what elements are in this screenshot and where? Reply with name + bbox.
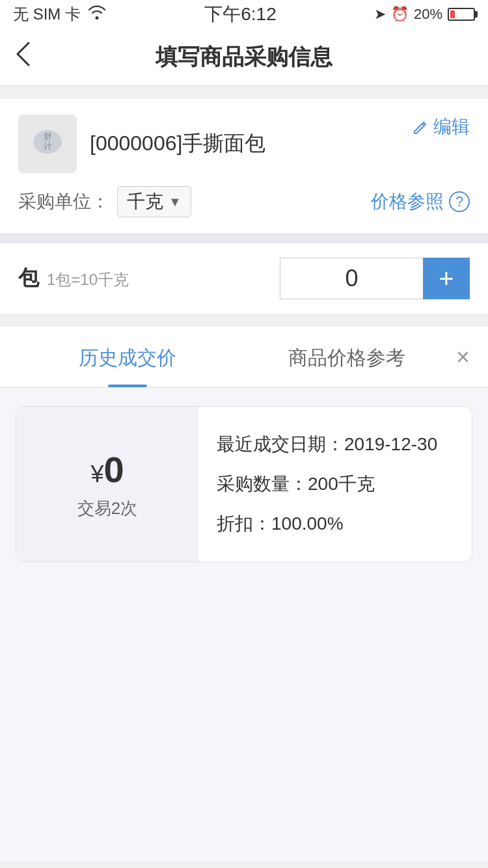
- tab-history-price[interactable]: 历史成交价: [18, 327, 237, 387]
- history-card: ¥0 交易2次 最近成交日期：2019-12-30 采购数量：200千克 折扣：…: [16, 406, 472, 562]
- back-button[interactable]: [16, 42, 30, 72]
- price-ref-label: 价格参照: [371, 189, 444, 214]
- quantity-plus-button[interactable]: +: [423, 258, 470, 299]
- recent-date-row: 最近成交日期：2019-12-30: [217, 430, 454, 459]
- page-title: 填写商品采购信息: [156, 42, 332, 72]
- svg-text:计: 计: [44, 141, 52, 151]
- quantity-section: 包 1包=10千克 +: [0, 243, 488, 314]
- history-card-right: 最近成交日期：2019-12-30 采购数量：200千克 折扣：100.00%: [198, 407, 472, 562]
- edit-button[interactable]: 编辑: [413, 115, 470, 139]
- product-section: 舒 计 [0000006]手撕面包 编辑 采购单位： 千克 ▼ 价格参照 ?: [0, 99, 488, 233]
- tabs-section: 历史成交价 商品价格参考 × ¥0 交易2次 最近成交日期：2019-12-30…: [0, 327, 488, 861]
- wifi-icon: [87, 5, 107, 23]
- history-card-left: ¥0 交易2次: [16, 407, 198, 562]
- history-trade-count: 交易2次: [77, 497, 137, 520]
- purchase-qty-row: 采购数量：200千克: [217, 470, 454, 499]
- battery-fill: [450, 10, 455, 18]
- section-divider: [0, 233, 488, 243]
- status-bar: 无 SIM 卡 下午6:12 ➤ ⏰ 20%: [0, 0, 488, 29]
- battery-icon: [448, 8, 475, 21]
- discount-row: 折扣：100.00%: [217, 509, 454, 539]
- price-ref-help-icon: ?: [449, 191, 470, 212]
- tabs-close-button[interactable]: ×: [456, 332, 470, 382]
- battery-percent: 20%: [414, 6, 442, 23]
- history-price: ¥0: [90, 448, 124, 491]
- quantity-conversion: 1包=10千克: [47, 269, 129, 290]
- nav-bar: 填写商品采购信息: [0, 29, 488, 86]
- tab-product-price-ref[interactable]: 商品价格参考: [237, 327, 455, 387]
- sim-status: 无 SIM 卡: [13, 4, 81, 25]
- unit-value: 千克: [127, 189, 163, 214]
- quantity-label: 包 1包=10千克: [18, 264, 129, 293]
- unit-label: 采购单位：: [18, 189, 109, 214]
- unit-dropdown-arrow: ▼: [169, 195, 182, 210]
- quantity-unit: 包: [18, 264, 39, 293]
- location-icon: ➤: [374, 6, 386, 23]
- status-time: 下午6:12: [204, 2, 277, 27]
- quantity-input-wrap: +: [280, 258, 470, 299]
- price-ref-button[interactable]: 价格参照 ?: [371, 189, 470, 214]
- svg-text:舒: 舒: [44, 131, 52, 141]
- quantity-input[interactable]: [280, 258, 423, 299]
- status-left: 无 SIM 卡: [13, 4, 107, 25]
- history-price-symbol: ¥: [90, 461, 103, 487]
- product-image: 舒 计: [18, 115, 77, 173]
- tabs-header: 历史成交价 商品价格参考 ×: [0, 327, 488, 388]
- unit-select[interactable]: 千克 ▼: [117, 186, 191, 217]
- product-header: 舒 计 [0000006]手撕面包 编辑: [18, 115, 470, 173]
- product-info-left: 舒 计 [0000006]手撕面包: [18, 115, 265, 173]
- tab-content-area: ¥0 交易2次 最近成交日期：2019-12-30 采购数量：200千克 折扣：…: [0, 406, 488, 861]
- status-right: ➤ ⏰ 20%: [374, 6, 475, 23]
- product-name: [0000006]手撕面包: [90, 129, 265, 158]
- product-unit-row: 采购单位： 千克 ▼ 价格参照 ?: [18, 186, 470, 217]
- alarm-icon: ⏰: [391, 6, 409, 23]
